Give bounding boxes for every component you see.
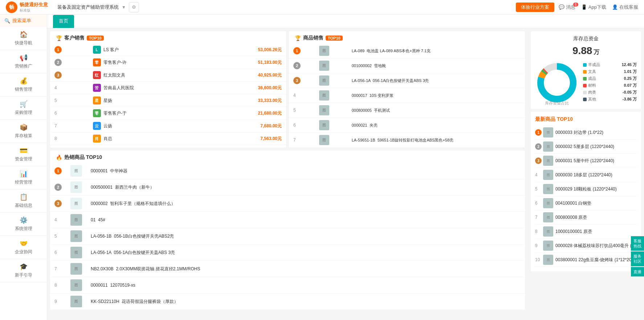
table-row: 7 图 LA-59651-1B 59651-1B旋转投影灯电池盒ABS黑色+58… — [289, 133, 525, 148]
amount-cell: 21,680.00元 — [208, 107, 286, 120]
product-name-label: 0000032 5厘多层 (1220*2440) — [555, 144, 637, 150]
trial-button[interactable]: 体验行业方案 — [516, 3, 554, 12]
list-item: 6 图 004100001 白钢垫 — [535, 196, 637, 210]
amount-cell: 40,925.00元 — [208, 69, 286, 82]
legend-item: 材料 0.07 万 — [583, 83, 637, 88]
product-thumbnail: 图 — [543, 226, 553, 237]
sidebar-item-operations[interactable]: 📊 经营管理 — [0, 166, 47, 189]
rank-cell: 4 — [50, 82, 89, 94]
hot-products-table: 1 图 0000001 中华神器 2 图 000500001 新西兰牛肉（新牛）… — [50, 163, 525, 310]
product-info-cell: 000800005 手机测试 — [347, 103, 525, 118]
main-panels: 🏆 客户销售 TOP10 1 L LS 客户 53,006.26元 2 零 零售… — [47, 28, 528, 320]
sidebar-item-navigation[interactable]: 🏠 快捷导航 — [0, 27, 47, 50]
product-info-cell: LA-089 电池盖 LA-089 ABS本色+黑种 7.1克 — [347, 44, 525, 58]
online-service-button[interactable]: 👤 在线客服 — [612, 4, 638, 11]
customer-name-cell: 苦 苦南县人民医院 — [89, 82, 208, 94]
amount-cell: 7,680.00元 — [208, 120, 286, 132]
rank-cell: 6 — [50, 107, 89, 120]
rank-cell: 1 — [50, 163, 66, 179]
product-thumbnail: 图 — [543, 184, 553, 194]
newest-header: 最新商品 TOP10 — [535, 116, 637, 123]
table-row: 5 星 星扬 33,333.00元 — [50, 94, 286, 107]
product-thumbnail: 图 — [543, 255, 553, 265]
chart-label: 库存资金占比 — [545, 100, 569, 106]
rank-label: 7 — [535, 215, 543, 220]
sidebar-search[interactable]: 🔍 搜索菜单 — [0, 15, 47, 27]
top-customers-header: 🏆 客户销售 TOP10 — [50, 31, 286, 44]
sidebar-item-marketing[interactable]: 📢 营销推广 — [0, 50, 47, 73]
settings-icon[interactable]: ⚙ — [129, 2, 139, 12]
sidebar-item-finance[interactable]: 💳 资金管理 — [0, 143, 47, 166]
sidebar-item-basics[interactable]: 📋 基础信息 — [0, 189, 47, 213]
sidebar-item-inventory[interactable]: 📦 库存核算 — [0, 120, 47, 143]
rank-label: 1 — [535, 129, 543, 136]
product-img-cell: 图 — [315, 118, 347, 133]
product-img-cell: 图 — [315, 103, 347, 118]
customer-name-cell: 肖 肖总 — [89, 132, 208, 145]
product-img-cell: 图 — [315, 58, 347, 73]
sidebar-item-sales[interactable]: 💰 销售管理 — [0, 73, 47, 97]
nav-icon: 🏠 — [20, 30, 28, 38]
rank-cell: 7 — [50, 120, 89, 132]
live-button[interactable]: 直播 — [631, 267, 644, 276]
rank-label: 3 — [535, 157, 543, 164]
rank-cell: 2 — [50, 56, 89, 69]
product-info-cell: LA-59651-1B 59651-1B旋转投影灯电池盒ABS黑色+58壳 — [347, 133, 525, 148]
table-row: 3 图 0000002 智利车子里（规格不知道填什么） — [50, 196, 525, 212]
rank-cell: 2 — [289, 58, 315, 73]
sidebar-item-system[interactable]: ⚙️ 系统管理 — [0, 213, 47, 236]
customer-name-cell: 零 零售客户-于 — [89, 107, 208, 120]
inventory-amount: 9.88 — [572, 45, 592, 56]
rank-cell: 9 — [50, 294, 66, 310]
app-download-button[interactable]: 📱 App下载 — [581, 4, 606, 11]
logo-text: 畅捷通好生意 — [20, 1, 48, 8]
sidebar-item-guide[interactable]: 🎓 新手引导 — [0, 259, 47, 282]
search-icon: 🔍 — [4, 18, 10, 24]
product-info-cell: 000500001 新西兰牛肉（新牛） — [86, 179, 525, 196]
sales-icon: 💰 — [20, 77, 28, 85]
customer-name-cell: 红 红太阳文具 — [89, 69, 208, 82]
rank-cell: 8 — [50, 277, 66, 294]
customer-name-cell: 星 星扬 — [89, 94, 208, 107]
top-customers-badge: TOP10 — [87, 36, 104, 41]
messages-button[interactable]: 💬 消息 6 — [559, 4, 575, 11]
service-community-button[interactable]: 服务社区 — [631, 251, 644, 266]
basics-icon: 📋 — [20, 193, 28, 201]
dropdown-icon[interactable]: ▼ — [122, 5, 126, 10]
topbar: 畅 畅捷通好生意 标准版 装备及固定资产辅助管理系统 ▼ ⚙ 体验行业方案 💬 … — [0, 0, 644, 15]
trophy-icon: 🏆 — [56, 35, 62, 41]
top-selling-badge: TOP10 — [326, 36, 343, 41]
tab-bar: 首页 — [47, 15, 644, 28]
tab-home[interactable]: 首页 — [53, 15, 74, 28]
message-icon: 💬 — [559, 4, 564, 10]
system-icon: ⚙️ — [20, 216, 28, 224]
product-name-label: 10000100001 原垄 — [555, 229, 637, 235]
product-img-cell: 图 — [315, 44, 347, 58]
table-row: 4 图 0000017 10S 变利罗浆 — [289, 88, 525, 103]
logo-sub: 标准版 — [20, 8, 48, 13]
sidebar-item-purchase[interactable]: 🛒 采购管理 — [0, 97, 47, 120]
table-row: 8 肖 肖总 7,563.00元 — [50, 132, 286, 145]
list-item: 1 图 0000033 封边带 (1.0*22) — [535, 126, 637, 140]
topbar-right: 💬 消息 6 📱 App下载 👤 在线客服 — [559, 4, 638, 11]
system-selector[interactable]: 装备及固定资产辅助管理系统 ▼ ⚙ — [57, 2, 511, 12]
cooperation-icon: 🤝 — [20, 239, 28, 247]
top-selling-table: 1 图 LA-089 电池盖 LA-089 ABS本色+黑种 7.1克 2 图 … — [289, 44, 525, 148]
product-thumbnail: 图 — [543, 156, 553, 166]
product-name-label: 0000029 18颗粒板 (1220*2440) — [555, 186, 637, 192]
amount-cell: 53,006.26元 — [208, 44, 286, 56]
product-info-cell: 0000002 智利车子里（规格不知道填什么） — [86, 196, 525, 212]
list-item: 8 图 10000100001 原垄 — [535, 225, 637, 239]
customer-name-cell: 云 云扬 — [89, 120, 208, 132]
sidebar-item-cooperation[interactable]: 🤝 企业协同 — [0, 236, 47, 259]
logo: 畅 畅捷通好生意 标准版 — [6, 1, 53, 13]
rank-cell: 3 — [50, 196, 66, 212]
inventory-icon: 📦 — [20, 123, 28, 131]
customer-service-button[interactable]: 客服热线 — [631, 236, 644, 251]
table-row: 1 图 LA-089 电池盖 LA-089 ABS本色+黑种 7.1克 — [289, 44, 525, 58]
table-row: 2 零 零售客户-许 51,183.00元 — [50, 56, 286, 69]
product-img-cell: 图 — [66, 179, 86, 196]
product-img-cell: 图 — [315, 88, 347, 103]
donut-chart: 库存资金占比 — [535, 61, 579, 104]
newest-list: 1 图 0000033 封边带 (1.0*22) 2 图 0000032 5厘多… — [535, 126, 637, 267]
